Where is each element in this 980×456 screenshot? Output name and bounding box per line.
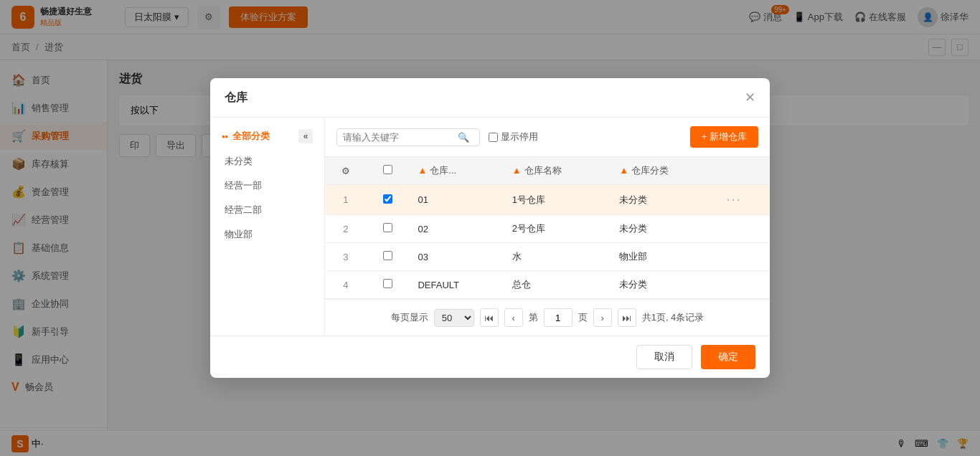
table-row[interactable]: 2 02 2号仓库 未分类 (325, 215, 770, 243)
action-dots[interactable]: ··· (727, 192, 742, 206)
row-category: 未分类 (611, 215, 717, 243)
col-checkbox (367, 157, 410, 185)
row-number: 1 (325, 185, 367, 215)
next-page-button[interactable]: › (593, 308, 612, 327)
cancel-button[interactable]: 取消 (636, 345, 692, 369)
search-icon: 🔍 (458, 132, 469, 143)
col-name: ▲仓库名称 (504, 157, 611, 185)
row-actions (718, 271, 770, 299)
row-checkbox[interactable] (383, 223, 392, 232)
table-row[interactable]: 4 DEFAULT 总仓 未分类 (325, 271, 770, 299)
modal-right-panel: 🔍 显示停用 + 新增仓库 ⚙ (325, 118, 770, 336)
row-actions (718, 243, 770, 271)
col-code: ▲仓库... (409, 157, 503, 185)
modal-pagination: 每页显示 50 100 200 ⏮ ‹ 第 页 › ⏭ 共1页, 4条记录 (325, 299, 770, 336)
search-input-wrap: 🔍 (336, 128, 480, 146)
grid-icon: ▪▪ (222, 131, 228, 142)
col-category: ▲仓库分类 (611, 157, 717, 185)
modal-close-button[interactable]: ✕ (745, 90, 755, 105)
modal-title: 仓库 (225, 90, 248, 105)
row-number: 2 (325, 215, 367, 243)
row-name: 1号仓库 (504, 185, 611, 215)
row-checkbox-cell (367, 271, 410, 299)
modal-table: ⚙ ▲仓库... ▲仓库名称 ▲仓库分类 1 01 1号仓库 未分 (325, 157, 770, 299)
category-item-dept1[interactable]: 经营一部 (210, 174, 324, 198)
row-code: DEFAULT (409, 271, 503, 299)
add-warehouse-button[interactable]: + 新增仓库 (690, 126, 758, 148)
prev-page-button[interactable]: ‹ (504, 308, 523, 327)
row-name: 总仓 (504, 271, 611, 299)
warehouse-table: ⚙ ▲仓库... ▲仓库名称 ▲仓库分类 1 01 1号仓库 未分 (325, 157, 770, 299)
category-item-dept2[interactable]: 经营二部 (210, 198, 324, 222)
modal-search-bar: 🔍 显示停用 + 新增仓库 (325, 118, 770, 157)
table-header-row: ⚙ ▲仓库... ▲仓库名称 ▲仓库分类 (325, 157, 770, 185)
row-category: 物业部 (611, 243, 717, 271)
show-disabled-check[interactable] (489, 133, 498, 142)
row-actions: ··· (718, 185, 770, 215)
row-checkbox-cell (367, 215, 410, 243)
page-size-select[interactable]: 50 100 200 (434, 309, 474, 327)
row-code: 01 (409, 185, 503, 215)
row-checkbox[interactable] (383, 251, 392, 260)
row-number: 4 (325, 271, 367, 299)
modal-body: ▪▪ 全部分类 « 未分类 经营一部 经营二部 物业部 🔍 (210, 118, 770, 336)
category-all[interactable]: ▪▪ 全部分类 « (210, 123, 324, 149)
col-actions (718, 157, 770, 185)
last-page-button[interactable]: ⏭ (618, 308, 636, 327)
category-item-property[interactable]: 物业部 (210, 222, 324, 247)
confirm-button[interactable]: 确定 (701, 345, 755, 369)
row-code: 03 (409, 243, 503, 271)
row-name: 2号仓库 (504, 215, 611, 243)
row-code: 02 (409, 215, 503, 243)
row-checkbox[interactable] (383, 194, 392, 204)
col-setting[interactable]: ⚙ (325, 157, 367, 185)
row-category: 未分类 (611, 271, 717, 299)
table-row[interactable]: 3 03 水 物业部 (325, 243, 770, 271)
row-checkbox-cell (367, 185, 410, 215)
modal-header: 仓库 ✕ (210, 78, 770, 118)
row-name: 水 (504, 243, 611, 271)
warehouse-modal: 仓库 ✕ ▪▪ 全部分类 « 未分类 经营一部 经营二部 物业部 (210, 78, 770, 378)
row-checkbox[interactable] (383, 279, 392, 288)
row-number: 3 (325, 243, 367, 271)
modal-overlay: 仓库 ✕ ▪▪ 全部分类 « 未分类 经营一部 经营二部 物业部 (0, 0, 980, 456)
modal-left-panel: ▪▪ 全部分类 « 未分类 经营一部 经营二部 物业部 (210, 118, 325, 336)
modal-footer: 取消 确定 (210, 336, 770, 378)
row-checkbox-cell (367, 243, 410, 271)
table-row[interactable]: 1 01 1号仓库 未分类 ··· (325, 185, 770, 215)
row-actions (718, 215, 770, 243)
search-input[interactable] (343, 132, 458, 143)
page-input[interactable] (544, 308, 573, 327)
row-category: 未分类 (611, 185, 717, 215)
first-page-button[interactable]: ⏮ (480, 308, 499, 327)
collapse-button[interactable]: « (298, 129, 313, 143)
category-item-uncategorized[interactable]: 未分类 (210, 149, 324, 174)
table-body: 1 01 1号仓库 未分类 ··· 2 02 2号仓库 未分类 3 03 水 物… (325, 185, 770, 299)
show-disabled-checkbox[interactable]: 显示停用 (489, 130, 538, 143)
select-all-checkbox[interactable] (383, 165, 392, 174)
